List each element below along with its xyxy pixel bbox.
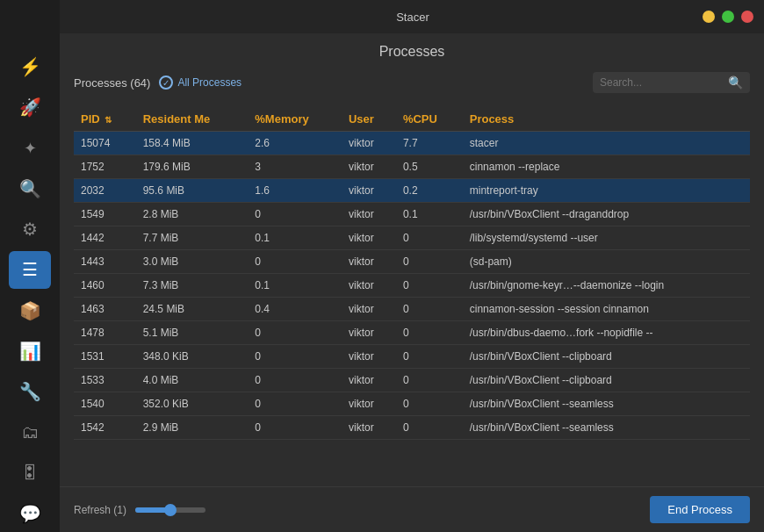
cell-process: /lib/systemd/systemd --user bbox=[463, 226, 750, 250]
cell-process: /usr/bin/VBoxClient --clipboard bbox=[463, 345, 750, 369]
cell-user: viktor bbox=[342, 416, 396, 440]
cell-pid: 2032 bbox=[74, 179, 136, 203]
processes-count-label: Processes (64) bbox=[74, 76, 150, 90]
sidebar-item-cleaner[interactable]: ✦ bbox=[9, 130, 51, 167]
cell-user: viktor bbox=[342, 321, 396, 345]
cell-pid: 1542 bbox=[74, 416, 136, 440]
table-row[interactable]: 14433.0 MiB0viktor0(sd-pam) bbox=[74, 250, 750, 274]
search-box: 🔍 bbox=[593, 72, 750, 93]
services-icon: 🎛 bbox=[21, 463, 39, 483]
table-row[interactable]: 14427.7 MiB0.1viktor0/lib/systemd/system… bbox=[74, 226, 750, 250]
cell-pid: 1443 bbox=[74, 250, 136, 274]
col-resident[interactable]: Resident Me bbox=[136, 107, 249, 132]
col-cpu[interactable]: %CPU bbox=[396, 107, 463, 132]
sidebar-item-search[interactable]: 🔍 bbox=[9, 170, 51, 207]
cell-resident: 7.3 MiB bbox=[136, 274, 249, 298]
all-processes-label: All Processes bbox=[177, 76, 241, 89]
cell-user: viktor bbox=[342, 274, 396, 298]
col-pid[interactable]: PID ⇅ bbox=[74, 107, 136, 132]
cell-cpu: 0 bbox=[396, 250, 463, 274]
cell-cpu: 0 bbox=[396, 274, 463, 298]
col-process[interactable]: Process bbox=[463, 107, 750, 132]
cell-resident: 158.4 MiB bbox=[136, 132, 249, 155]
sidebar-item-settings[interactable]: ⚙ bbox=[9, 211, 51, 248]
cell-process: /usr/bin/gnome-keyr…--daemonize --login bbox=[463, 274, 750, 298]
search-button[interactable]: 🔍 bbox=[728, 75, 743, 90]
cell-process: /usr/bin/VBoxClient --seamless bbox=[463, 392, 750, 416]
cell-resident: 95.6 MiB bbox=[136, 179, 249, 203]
table-row[interactable]: 1752179.6 MiB3viktor0.5cinnamon --replac… bbox=[74, 155, 750, 179]
cell-memory: 0 bbox=[248, 321, 342, 345]
sidebar: ⚡ 🚀 ✦ 🔍 ⚙ ☰ 📦 📊 🔧 🗂 🎛 💬 bbox=[0, 0, 60, 532]
toolbar: Processes (64) ✓ All Processes 🔍 bbox=[74, 68, 750, 100]
cell-process: cinnamon --replace bbox=[463, 155, 750, 179]
cell-process: /usr/bin/VBoxClient --draganddrop bbox=[463, 203, 750, 226]
cell-memory: 0 bbox=[248, 345, 342, 369]
table-row[interactable]: 15492.8 MiB0viktor0.1/usr/bin/VBoxClient… bbox=[74, 203, 750, 226]
cell-pid: 1549 bbox=[74, 203, 136, 226]
table-row[interactable]: 14607.3 MiB0.1viktor0/usr/bin/gnome-keyr… bbox=[74, 274, 750, 298]
table-row[interactable]: 146324.5 MiB0.4viktor0cinnamon-session -… bbox=[74, 298, 750, 321]
col-memory[interactable]: %Memory bbox=[248, 107, 342, 132]
sidebar-item-hosts[interactable]: 🗂 bbox=[9, 413, 51, 450]
page-title: Processes bbox=[74, 44, 750, 60]
cell-memory: 0.4 bbox=[248, 298, 342, 321]
settings-icon: ⚙ bbox=[22, 219, 38, 240]
processes-table-container[interactable]: PID ⇅ Resident Me %Memory User %CPU Proc… bbox=[60, 107, 764, 486]
cell-resident: 2.9 MiB bbox=[136, 416, 249, 440]
table-row[interactable]: 1531348.0 KiB0viktor0/usr/bin/VBoxClient… bbox=[74, 345, 750, 369]
table-row[interactable]: 15074158.4 MiB2.6viktor7.7stacer bbox=[74, 132, 750, 155]
table-row[interactable]: 15422.9 MiB0viktor0/usr/bin/VBoxClient -… bbox=[74, 416, 750, 440]
sidebar-item-dashboard[interactable]: ⚡ bbox=[9, 48, 51, 85]
cell-memory: 0 bbox=[248, 203, 342, 226]
cell-resident: 4.0 MiB bbox=[136, 369, 249, 392]
cell-user: viktor bbox=[342, 345, 396, 369]
sidebar-item-startup[interactable]: 🚀 bbox=[9, 89, 51, 126]
cell-resident: 2.8 MiB bbox=[136, 203, 249, 226]
sidebar-item-terminal[interactable]: 💬 bbox=[9, 495, 51, 532]
cell-pid: 1752 bbox=[74, 155, 136, 179]
all-processes-button[interactable]: ✓ All Processes bbox=[159, 75, 241, 90]
maximize-button[interactable] bbox=[722, 11, 734, 23]
cell-cpu: 0 bbox=[396, 369, 463, 392]
cell-user: viktor bbox=[342, 203, 396, 226]
cell-user: viktor bbox=[342, 226, 396, 250]
table-row[interactable]: 1540352.0 KiB0viktor0/usr/bin/VBoxClient… bbox=[74, 392, 750, 416]
cell-process: mintreport-tray bbox=[463, 179, 750, 203]
sidebar-item-uninstaller[interactable]: 📦 bbox=[9, 292, 51, 329]
cell-user: viktor bbox=[342, 132, 396, 155]
cell-cpu: 7.7 bbox=[396, 132, 463, 155]
cell-user: viktor bbox=[342, 392, 396, 416]
check-icon: ✓ bbox=[159, 75, 173, 90]
titlebar: Stacer bbox=[60, 0, 764, 33]
search-input[interactable] bbox=[600, 76, 723, 89]
cell-pid: 1460 bbox=[74, 274, 136, 298]
table-row[interactable]: 15334.0 MiB0viktor0/usr/bin/VBoxClient -… bbox=[74, 369, 750, 392]
table-row[interactable]: 203295.6 MiB1.6viktor0.2mintreport-tray bbox=[74, 179, 750, 203]
cell-cpu: 0 bbox=[396, 321, 463, 345]
sidebar-item-resources[interactable]: 📊 bbox=[9, 333, 51, 370]
sidebar-item-processes[interactable]: ☰ bbox=[9, 251, 51, 288]
minimize-button[interactable] bbox=[703, 11, 715, 23]
table-row[interactable]: 14785.1 MiB0viktor0/usr/bin/dbus-daemo…f… bbox=[74, 321, 750, 345]
sidebar-item-services[interactable]: 🎛 bbox=[9, 455, 51, 492]
repair-icon: 🔧 bbox=[19, 381, 41, 402]
cell-resident: 3.0 MiB bbox=[136, 250, 249, 274]
cell-process: /usr/bin/dbus-daemo…fork --nopidfile -- bbox=[463, 321, 750, 345]
col-user[interactable]: User bbox=[342, 107, 396, 132]
cell-user: viktor bbox=[342, 155, 396, 179]
cell-cpu: 0.1 bbox=[396, 203, 463, 226]
search-nav-icon: 🔍 bbox=[19, 178, 41, 199]
search-icon: 🔍 bbox=[728, 75, 743, 90]
uninstaller-icon: 📦 bbox=[19, 300, 41, 321]
cell-cpu: 0 bbox=[396, 298, 463, 321]
end-process-button[interactable]: End Process bbox=[650, 496, 750, 523]
cell-user: viktor bbox=[342, 369, 396, 392]
sidebar-item-repair[interactable]: 🔧 bbox=[9, 373, 51, 410]
cell-memory: 3 bbox=[248, 155, 342, 179]
refresh-slider[interactable] bbox=[135, 507, 205, 513]
cell-memory: 0.1 bbox=[248, 274, 342, 298]
cell-process: (sd-pam) bbox=[463, 250, 750, 274]
close-button[interactable] bbox=[741, 11, 753, 23]
cell-resident: 7.7 MiB bbox=[136, 226, 249, 250]
